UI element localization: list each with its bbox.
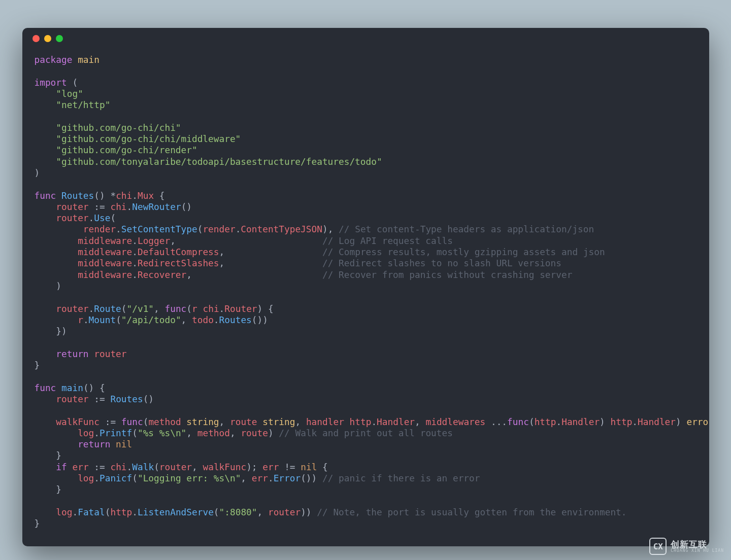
fn-fatal: Fatal xyxy=(78,507,105,517)
maximize-dot-icon[interactable] xyxy=(56,35,63,42)
minimize-dot-icon[interactable] xyxy=(44,35,51,42)
cmt-walk: // Walk and print out all routes xyxy=(279,428,453,438)
type-handler3: Handler xyxy=(638,416,676,427)
watermark-main: 创新互联 xyxy=(671,540,724,549)
import-todo: "github.com/tonyalaribe/todoapi/basestru… xyxy=(56,156,382,167)
var-router: router xyxy=(56,201,88,212)
import-middleware: "github.com/go-chi/chi/middleware" xyxy=(56,133,241,144)
var-walkfunc: walkFunc xyxy=(56,416,99,427)
watermark-text: 创新互联 CHUANG XIN HU LIAN xyxy=(671,540,724,553)
pkg-http1: http xyxy=(350,416,372,427)
var-router4: router xyxy=(94,348,126,359)
type-error: error xyxy=(686,416,709,427)
fn-main: main xyxy=(61,382,83,393)
var-err: err xyxy=(72,462,88,472)
kw-return2: return xyxy=(78,439,110,449)
kw-if: if xyxy=(56,462,67,472)
watermark-sub: CHUANG XIN HU LIAN xyxy=(671,549,724,553)
type-handler1: Handler xyxy=(377,416,415,427)
pkg-todo: todo xyxy=(192,314,214,325)
kw-package: package xyxy=(35,54,73,65)
code-block: package main import ( "log" "net/http" "… xyxy=(22,49,709,546)
variadic: ... xyxy=(491,416,507,427)
import-log: "log" xyxy=(56,88,83,99)
arg-method: method xyxy=(197,428,230,438)
fn-error: Error xyxy=(274,473,301,483)
var-r: r xyxy=(78,314,83,325)
fn-walk: Walk xyxy=(132,462,154,472)
star: * xyxy=(110,190,116,201)
pkg-log2: log xyxy=(78,473,94,483)
param-handler: handler xyxy=(306,416,344,427)
window-titlebar xyxy=(22,28,709,49)
var-err2: err xyxy=(262,462,279,472)
fn-listen: ListenAndServe xyxy=(138,507,214,517)
pkg-log1: log xyxy=(78,428,94,438)
var-router2: router xyxy=(56,213,88,223)
arg-walkfunc: walkFunc xyxy=(203,462,247,472)
id-compress: DefaultCompress xyxy=(138,247,219,257)
var-router3: router xyxy=(56,303,88,314)
const-nil1: nil xyxy=(116,439,132,449)
pkg-chi: chi xyxy=(110,201,126,212)
cmt-ct: // Set content-Type headers as applicati… xyxy=(339,224,594,234)
fn-mount: Mount xyxy=(89,314,116,325)
type-chi: chi xyxy=(116,190,132,201)
id-recoverer: Recoverer xyxy=(138,269,186,280)
pkg-log3: log xyxy=(56,507,72,517)
fn-route: Route xyxy=(94,303,121,314)
type-router: Router xyxy=(224,303,257,314)
arg-router: router xyxy=(159,462,192,472)
param-r: r xyxy=(192,303,197,314)
fn-routes: Routes xyxy=(61,190,94,201)
str-v1: "/v1" xyxy=(127,303,154,314)
watermark: CX 创新互联 CHUANG XIN HU LIAN xyxy=(649,538,724,555)
pkg-mw3: middleware xyxy=(78,258,132,268)
arg-router2: router xyxy=(268,507,301,517)
fn-printf: Printf xyxy=(99,428,132,438)
var-err3: err xyxy=(252,473,268,483)
paren-open: ( xyxy=(72,77,78,88)
pkg-name: main xyxy=(78,54,99,65)
param-route: route xyxy=(230,416,257,427)
op-assign2: := xyxy=(94,394,105,404)
type-chi2: chi xyxy=(203,303,219,314)
type-string1: string xyxy=(186,416,219,427)
str-fmt: "%s %s\n" xyxy=(138,428,186,438)
op-ne: != xyxy=(284,462,295,472)
fn-routes-call: Routes xyxy=(110,394,143,404)
const-ctjson: ContentTypeJSON xyxy=(241,224,322,234)
pkg-http4: http xyxy=(110,507,132,517)
param-method: method xyxy=(148,416,181,427)
cmt-panic: // panic if there is an error xyxy=(322,473,480,483)
str-port: ":8080" xyxy=(219,507,257,517)
cmt-recoverer: // Recover from panics without crashing … xyxy=(322,269,572,280)
id-redirect: RedirectSlashes xyxy=(138,258,219,268)
kw-func-anon2: func xyxy=(121,416,143,427)
close-dot-icon[interactable] xyxy=(32,35,40,42)
type-string2: string xyxy=(262,416,295,427)
kw-import: import xyxy=(35,77,67,88)
cmt-port: // Note, the port is usually gotten from… xyxy=(317,507,626,517)
import-chi: "github.com/go-chi/chi" xyxy=(56,122,181,133)
fn-routes2: Routes xyxy=(219,314,252,325)
var-router-main: router xyxy=(56,394,88,404)
paren-close: ) xyxy=(35,167,40,178)
kw-func-main: func xyxy=(35,382,56,393)
kw-func-routes: func xyxy=(35,190,56,201)
str-logerr: "Logging err: %s\n" xyxy=(138,473,241,483)
pkg-mw2: middleware xyxy=(78,247,132,257)
pkg-http2: http xyxy=(535,416,556,427)
kw-func-type: func xyxy=(507,416,529,427)
type-mux: Mux xyxy=(138,190,154,201)
cmt-redirect: // Redirect slashes to no slash URL vers… xyxy=(322,258,561,268)
cmt-compress: // Compress results, mostly gzipping ass… xyxy=(322,247,605,257)
import-nethttp: "net/http" xyxy=(56,99,110,110)
pkg-mw4: middleware xyxy=(78,269,132,280)
op-assign4: := xyxy=(94,462,105,472)
pkg-mw1: middleware xyxy=(78,235,132,246)
pkg-http3: http xyxy=(611,416,633,427)
type-handler2: Handler xyxy=(561,416,600,427)
fn-newrouter: NewRouter xyxy=(132,201,181,212)
param-middlewares: middlewares xyxy=(425,416,485,427)
